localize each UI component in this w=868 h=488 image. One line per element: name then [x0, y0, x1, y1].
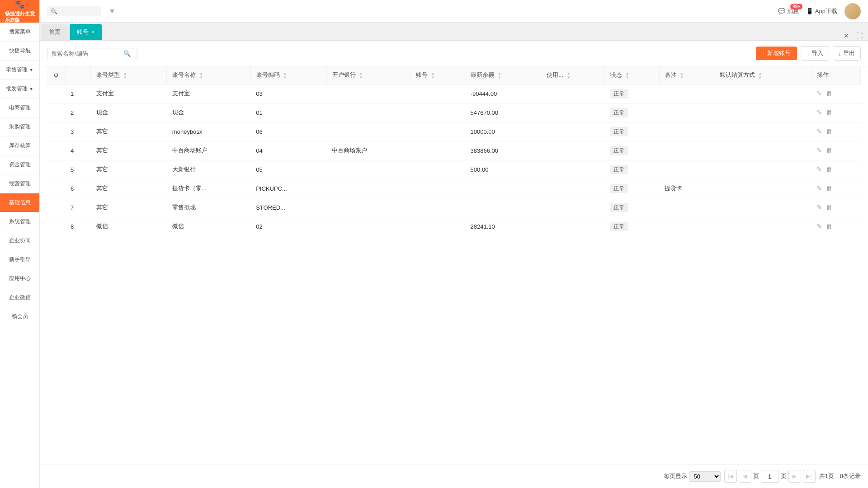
main-area: 🔍 ▼ 💬 消息 99+ 📱 App下载 首页 账号 × ✕	[40, 0, 868, 488]
col-default-settlement[interactable]: 默认结算方式 ▲▼	[714, 66, 811, 84]
cell-account-type: 现金	[91, 103, 167, 122]
tab-home[interactable]: 首页	[42, 24, 68, 40]
cell-account-name: 零售抵现	[167, 198, 250, 217]
tab-maximize-button[interactable]: ⛶	[854, 31, 864, 40]
page-size-select[interactable]: 50 100 200	[689, 471, 721, 482]
delete-button[interactable]: 🗑	[826, 89, 833, 98]
sidebar-item-finance-mgmt[interactable]: 资金管理	[0, 155, 39, 174]
add-account-button[interactable]: + 新增账号	[756, 47, 797, 60]
delete-button[interactable]: 🗑	[826, 222, 833, 230]
top-search-box[interactable]: 🔍	[47, 6, 101, 16]
export-button[interactable]: ↓ 导出	[833, 46, 861, 61]
search-icon: 🔍	[123, 50, 131, 57]
tab-close-icon[interactable]: ×	[91, 29, 94, 35]
first-page-button[interactable]: |◀	[724, 470, 737, 483]
col-bank[interactable]: 开户银行 ▲▼	[326, 66, 410, 84]
cell-default-settlement	[714, 179, 811, 198]
account-search-box[interactable]: 🔍	[47, 48, 137, 59]
toolbar-right: + 新增账号 ↑ 导入 ↓ 导出	[756, 46, 861, 61]
col-account-type[interactable]: 账号类型 ▲▼	[91, 66, 167, 84]
header-left: 🔍 ▼	[47, 6, 116, 16]
sidebar-item-retail-mgmt[interactable]: 零售管理 ▼	[0, 61, 39, 80]
tab-close-button[interactable]: ✕	[842, 31, 851, 40]
tab-account[interactable]: 账号 ×	[70, 24, 102, 40]
delete-button[interactable]: 🗑	[826, 108, 833, 117]
page-input[interactable]	[761, 470, 779, 483]
delete-button[interactable]: 🗑	[826, 127, 833, 136]
col-index	[65, 66, 91, 84]
edit-button[interactable]: ✎	[816, 165, 822, 174]
sidebar-item-operation-mgmt[interactable]: 经营管理	[0, 174, 39, 193]
sidebar-item-quick-nav[interactable]: 快捷导航	[0, 42, 39, 61]
sidebar: 🐾 畅捷通好生意 乐旗版 搜索菜单 快捷导航 零售管理 ▼ 批发管理 ▼ 电商管…	[0, 0, 40, 488]
edit-button[interactable]: ✎	[816, 184, 822, 192]
cell-default-settlement	[714, 122, 811, 141]
last-page-button[interactable]: ▶|	[803, 470, 816, 483]
col-remark[interactable]: 备注 ▲▼	[659, 66, 714, 84]
message-button[interactable]: 💬 消息 99+	[778, 7, 799, 15]
prev-page-button[interactable]: ◀	[739, 470, 751, 483]
edit-button[interactable]: ✎	[816, 127, 822, 136]
cell-remark	[659, 141, 714, 160]
table-row: 8 微信 微信 02 28241.10 正常 ✎ 🗑	[47, 217, 861, 236]
edit-button[interactable]: ✎	[816, 222, 822, 230]
pagination-bar: 每页显示 50 100 200 |◀ ◀ 页 页 ▶ ▶| 共1页，8条记录	[40, 464, 868, 488]
edit-button[interactable]: ✎	[816, 203, 822, 211]
col-status[interactable]: 状态 ▲▼	[604, 66, 659, 84]
app-download-button[interactable]: 📱 App下载	[806, 7, 837, 15]
sidebar-item-enterprise-wechat[interactable]: 企业微信	[0, 288, 39, 307]
next-page-button[interactable]: ▶	[788, 470, 801, 483]
col-account-code[interactable]: 账号编码 ▲▼	[250, 66, 326, 84]
table-row: 7 其它 零售抵现 STORED... 正常 ✎ 🗑	[47, 198, 861, 217]
message-badge: 99+	[790, 4, 802, 9]
page-size-selector[interactable]: 每页显示 50 100 200	[664, 471, 721, 482]
col-account-name[interactable]: 账号名称 ▲▼	[167, 66, 250, 84]
col-account-no[interactable]: 账号 ▲▼	[410, 66, 465, 84]
sidebar-item-purchase-mgmt[interactable]: 采购管理	[0, 117, 39, 136]
sidebar-item-basic-info[interactable]: 基础信息	[0, 193, 39, 212]
sidebar-item-wholesale-mgmt[interactable]: 批发管理 ▼	[0, 80, 39, 99]
delete-button[interactable]: 🗑	[826, 165, 833, 174]
cell-remark	[659, 122, 714, 141]
cell-status: 正常	[604, 141, 659, 160]
cell-account-name: moneybosx	[167, 122, 250, 141]
col-usage[interactable]: 使用... ▲▼	[541, 66, 605, 84]
col-gear[interactable]: ⚙	[47, 66, 65, 84]
cell-account-code: 04	[250, 141, 326, 160]
cell-status: 正常	[604, 217, 659, 236]
sidebar-item-enterprise-agreement[interactable]: 企业协同	[0, 231, 39, 250]
cell-status: 正常	[604, 198, 659, 217]
sidebar-item-system-mgmt[interactable]: 系统管理	[0, 212, 39, 231]
delete-button[interactable]: 🗑	[826, 146, 833, 155]
download-icon: 📱	[806, 8, 813, 14]
delete-button[interactable]: 🗑	[826, 203, 833, 211]
sidebar-menu: 搜索菜单 快捷导航 零售管理 ▼ 批发管理 ▼ 电商管理 采购管理 库存核算 资…	[0, 23, 39, 488]
cell-remark: 提货卡	[659, 179, 714, 198]
delete-button[interactable]: 🗑	[826, 184, 833, 192]
message-icon: 💬	[778, 8, 785, 14]
cell-default-settlement	[714, 141, 811, 160]
sidebar-item-inventory-check[interactable]: 库存核算	[0, 136, 39, 155]
cell-action: ✎ 🗑	[811, 160, 860, 179]
cell-latest-balance	[465, 198, 541, 217]
cell-bank	[326, 122, 410, 141]
cell-index: 5	[65, 160, 91, 179]
user-avatar[interactable]	[844, 3, 861, 19]
cell-account-no	[410, 141, 465, 160]
sidebar-item-app-center[interactable]: 应用中心	[0, 269, 39, 288]
edit-button[interactable]: ✎	[816, 89, 822, 98]
sidebar-item-new-guide[interactable]: 新手引导	[0, 250, 39, 269]
cell-usage	[541, 217, 605, 236]
dropdown-arrow-icon[interactable]: ▼	[108, 7, 116, 15]
sidebar-item-member[interactable]: 畅会员	[0, 307, 39, 326]
edit-button[interactable]: ✎	[816, 108, 822, 117]
import-button[interactable]: ↑ 导入	[801, 46, 829, 61]
import-icon: ↑	[807, 50, 810, 57]
table-row: 2 现金 现金 01 547670.00 正常 ✎ 🗑	[47, 103, 861, 122]
cell-account-code: STORED...	[250, 198, 326, 217]
account-search-input[interactable]	[51, 50, 123, 57]
sidebar-item-ecommerce-mgmt[interactable]: 电商管理	[0, 99, 39, 117]
col-latest-balance[interactable]: 最新余额 ▲▼	[465, 66, 541, 84]
edit-button[interactable]: ✎	[816, 146, 822, 155]
sidebar-item-search-menu[interactable]: 搜索菜单	[0, 23, 39, 42]
